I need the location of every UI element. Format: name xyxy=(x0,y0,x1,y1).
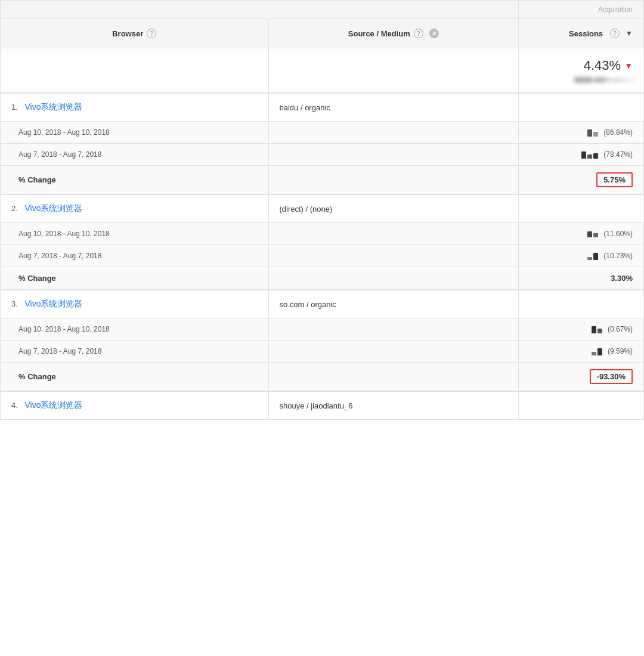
row3-date2-source xyxy=(268,341,519,363)
row1-date1-source xyxy=(268,122,519,144)
row2-date1-pct: (11.60%) xyxy=(603,230,633,238)
row3-browser-link[interactable]: Vivo系统浏览器 xyxy=(24,299,82,308)
row2-date1-sessions: (11.60%) xyxy=(519,223,644,245)
row1-index: 1. xyxy=(11,103,18,112)
row3-date2-bars xyxy=(592,348,602,355)
row2-date2-sessions: (10.73%) xyxy=(519,245,644,267)
row3-index: 3. xyxy=(11,299,18,308)
row1-date2-pct: (78.47%) xyxy=(603,150,633,159)
row2-source-cell: (direct) / (none) xyxy=(268,194,519,223)
row3-change-source xyxy=(268,363,519,392)
row1-date1-bars xyxy=(587,129,598,137)
source-help-icon[interactable]: ? xyxy=(414,29,423,38)
browser-header: Browser ? xyxy=(1,19,269,48)
row1-date2-source xyxy=(268,144,519,166)
row3-date2-pct: (9.59%) xyxy=(608,347,633,355)
row1-change-value: 5.75% xyxy=(519,166,644,195)
row1-date2-label: Aug 7, 2018 - Aug 7, 2018 xyxy=(1,144,269,166)
sessions-header: Sessions ? ▼ xyxy=(519,19,644,48)
row3-date1-bars xyxy=(592,326,602,333)
row1-date2-bars xyxy=(581,151,598,159)
sessions-header-label: Sessions xyxy=(569,29,603,38)
row1-change: % Change 5.75% xyxy=(1,166,644,195)
row3-date1-label: Aug 10, 2018 - Aug 10, 2018 xyxy=(1,318,269,341)
source-header-label: Source / Medium xyxy=(348,29,410,38)
row1-date2-sessions: (78.47%) xyxy=(519,144,644,166)
row1-source-cell: baidu / organic xyxy=(268,93,519,122)
browser-help-icon[interactable]: ? xyxy=(147,29,156,38)
row1-change-label: % Change xyxy=(1,166,269,195)
row3-date1: Aug 10, 2018 - Aug 10, 2018 (0.67%) xyxy=(1,318,644,341)
row2-date2-label: Aug 7, 2018 - Aug 7, 2018 xyxy=(1,245,269,267)
row1-date1-label: Aug 10, 2018 - Aug 10, 2018 xyxy=(1,122,269,144)
row4-sessions-cell xyxy=(519,391,644,420)
row1-change-source xyxy=(268,166,519,195)
row2-index: 2. xyxy=(11,204,18,213)
row2-date2-bars xyxy=(587,253,598,260)
row1-date2: Aug 7, 2018 - Aug 7, 2018 (78.47%) xyxy=(1,144,644,166)
table-row: 3. Vivo系统浏览器 so.com / organic xyxy=(1,290,644,318)
acquisition-label: Acquisition xyxy=(519,1,644,19)
source-close-icon[interactable]: ✕ xyxy=(429,29,439,38)
row1-date1-pct: (86.84%) xyxy=(603,128,633,137)
row1-browser-link[interactable]: Vivo系统浏览器 xyxy=(24,102,82,112)
row2-date1-source xyxy=(268,223,519,245)
row2-change: % Change 3.30% xyxy=(1,267,644,290)
sessions-sort-icon[interactable]: ▼ xyxy=(626,29,633,38)
row3-date2-sessions: (9.59%) xyxy=(519,341,644,363)
row4-source-cell: shouye / jiaodiantu_6 xyxy=(268,391,519,420)
summary-browser-cell xyxy=(1,48,269,94)
row3-change-label: % Change xyxy=(1,363,269,392)
row2-change-source xyxy=(268,267,519,290)
summary-down-arrow: ▼ xyxy=(624,61,633,70)
row2-change-label: % Change xyxy=(1,267,269,290)
row2-change-value: 3.30% xyxy=(519,267,644,290)
row3-date1-sessions: (0.67%) xyxy=(519,318,644,341)
row2-date1-label: Aug 10, 2018 - Aug 10, 2018 xyxy=(1,223,269,245)
row3-date1-source xyxy=(268,318,519,341)
row3-browser-cell: 3. Vivo系统浏览器 xyxy=(1,290,269,318)
row2-date2: Aug 7, 2018 - Aug 7, 2018 (10.73%) xyxy=(1,245,644,267)
row3-date2: Aug 7, 2018 - Aug 7, 2018 (9.59%) xyxy=(1,341,644,363)
row2-browser-cell: 2. Vivo系统浏览器 xyxy=(1,194,269,223)
row2-date2-pct: (10.73%) xyxy=(603,252,633,260)
row3-sessions-cell xyxy=(519,290,644,318)
row4-index: 4. xyxy=(11,401,18,410)
row1-date1: Aug 10, 2018 - Aug 10, 2018 (86.84%) xyxy=(1,122,644,144)
row2-date1-bars xyxy=(587,231,598,237)
row3-change-highlight: -93.30% xyxy=(590,369,633,384)
row2-browser-link[interactable]: Vivo系统浏览器 xyxy=(24,203,82,213)
row3-change-value: -93.30% xyxy=(519,363,644,392)
summary-bar xyxy=(530,77,633,83)
row3-date2-label: Aug 7, 2018 - Aug 7, 2018 xyxy=(1,341,269,363)
table-row: 2. Vivo系统浏览器 (direct) / (none) xyxy=(1,194,644,223)
row1-browser-cell: 1. Vivo系统浏览器 xyxy=(1,93,269,122)
row3-change: % Change -93.30% xyxy=(1,363,644,392)
row2-date2-source xyxy=(268,245,519,267)
row1-change-highlight: 5.75% xyxy=(596,172,633,187)
row1-date1-sessions: (86.84%) xyxy=(519,122,644,144)
row3-source-cell: so.com / organic xyxy=(268,290,519,318)
source-header: Source / Medium ? ✕ xyxy=(268,19,519,48)
table-row: 1. Vivo系统浏览器 baidu / organic xyxy=(1,93,644,122)
row4-browser-link[interactable]: Vivo系统浏览器 xyxy=(24,400,82,410)
table-row: 4. Vivo系统浏览器 shouye / jiaodiantu_6 xyxy=(1,391,644,420)
summary-percent-value: 4.43% xyxy=(584,58,621,73)
summary-source-cell xyxy=(268,48,519,94)
row1-sessions-cell xyxy=(519,93,644,122)
sessions-help-icon[interactable]: ? xyxy=(610,29,620,38)
row2-change-text: 3.30% xyxy=(611,274,633,283)
row2-sessions-cell xyxy=(519,194,644,223)
row4-browser-cell: 4. Vivo系统浏览器 xyxy=(1,391,269,420)
row3-date1-pct: (0.67%) xyxy=(608,325,633,333)
row2-date1: Aug 10, 2018 - Aug 10, 2018 (11.60%) xyxy=(1,223,644,245)
summary-sessions-cell: 4.43% ▼ xyxy=(519,48,644,94)
browser-header-label: Browser xyxy=(112,29,143,38)
